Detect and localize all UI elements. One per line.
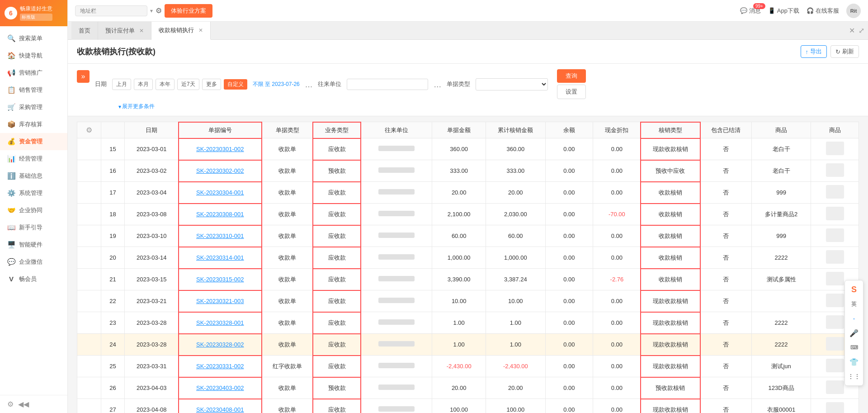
bill-no-link[interactable]: SK-20230308-001	[196, 211, 244, 218]
date-btn-this-year[interactable]: 本年	[156, 79, 175, 90]
bill-no-link[interactable]: SK-20230328-001	[196, 319, 244, 326]
floating-grid-icon[interactable]: ⋮⋮	[848, 370, 860, 383]
cell-bill-no[interactable]: SK-20230302-002	[179, 160, 262, 182]
cell-bill-no[interactable]: SK-20230314-001	[179, 247, 262, 269]
query-button[interactable]: 查询	[557, 69, 586, 83]
date-btn-7days[interactable]: 近7天	[177, 79, 199, 90]
sidebar-item-quicknav[interactable]: 🏠 快捷导航	[0, 47, 67, 64]
sidebar-item-guide[interactable]: 📖 新手引导	[0, 219, 67, 236]
filter-toggle-button[interactable]: »	[77, 70, 90, 83]
col-header-balance[interactable]: 余额	[545, 122, 593, 138]
expand-tab-button[interactable]: ⤢	[859, 26, 864, 35]
floating-text-icon[interactable]: 英	[848, 298, 860, 310]
collapse-icon[interactable]: ◀◀	[18, 400, 29, 408]
bill-no-link[interactable]: SK-20230314-001	[196, 254, 244, 261]
col-header-discount[interactable]: 现金折扣	[593, 122, 641, 138]
bill-no-link[interactable]: SK-20230301-002	[196, 146, 244, 152]
address-input[interactable]	[75, 5, 147, 16]
close-tab-button[interactable]: ✕	[849, 26, 855, 35]
date-btn-last-month[interactable]: 上月	[112, 79, 131, 90]
floating-shirt-icon[interactable]: 👕	[848, 356, 860, 368]
bill-type-select[interactable]	[476, 78, 548, 90]
partner-filter-input[interactable]	[347, 79, 428, 90]
sidebar-item-basic[interactable]: ℹ️ 基础信息	[0, 167, 67, 185]
col-header-date[interactable]: 日期	[125, 122, 179, 138]
bill-no-link[interactable]: SK-20230321-003	[196, 298, 244, 304]
sidebar-item-enterprise[interactable]: 🤝 企业协同	[0, 202, 67, 219]
filter-setting-button[interactable]: 设置	[557, 85, 586, 99]
sidebar-item-system[interactable]: ⚙️ 系统管理	[0, 185, 67, 202]
tab-home[interactable]: 首页	[71, 22, 98, 40]
cell-bill-no[interactable]: SK-20230308-001	[179, 204, 262, 225]
export-button[interactable]: ↑ 导出	[801, 45, 827, 58]
tab-collect-close-icon[interactable]: ✕	[198, 27, 203, 33]
bill-no-link[interactable]: SK-20230331-002	[196, 363, 244, 370]
table-scroll-wrapper[interactable]: ⚙ 日期 单据编号 单据类型 业务类型 往来单位 单据金额 累计核销金额 余额 …	[77, 122, 859, 413]
bill-no-link[interactable]: SK-20230310-001	[196, 233, 244, 239]
sidebar-item-search[interactable]: 🔍 搜索菜单	[0, 30, 67, 47]
s-logo-button[interactable]: S	[848, 283, 860, 296]
col-header-biz-type[interactable]: 业务类型	[313, 122, 360, 138]
col-header-bill-type[interactable]: 单据类型	[262, 122, 313, 138]
floating-dot-icon[interactable]: ·	[848, 312, 860, 325]
date-custom-button[interactable]: 自定义	[224, 79, 247, 90]
sidebar-item-finance[interactable]: 💰 资金管理	[0, 133, 67, 150]
cell-bill-no[interactable]: SK-20230328-001	[179, 312, 262, 334]
service-button[interactable]: 🎧 在线客服	[807, 7, 839, 15]
sidebar-item-wechat[interactable]: 💬 企业微信	[0, 253, 67, 271]
bill-no-link[interactable]: SK-20230408-001	[196, 406, 244, 413]
cell-bill-no[interactable]: SK-20230408-001	[179, 399, 262, 413]
col-header-goods[interactable]: 商品	[751, 122, 811, 138]
sidebar-item-inventory[interactable]: 📦 库存核算	[0, 116, 67, 133]
bill-no-link[interactable]: SK-20230315-002	[196, 276, 244, 283]
tab-collect[interactable]: 收款核销执行 ✕	[151, 22, 211, 40]
cell-cumulative: 20.00	[486, 182, 545, 204]
cell-bill-no[interactable]: SK-20230403-002	[179, 377, 262, 399]
tab-prepay[interactable]: 预计应付单 ✕	[98, 22, 151, 40]
bill-no-link[interactable]: SK-20230403-002	[196, 385, 244, 391]
tab-prepay-close-icon[interactable]: ✕	[139, 28, 144, 34]
sidebar-item-purchase[interactable]: 🛒 采购管理	[0, 99, 67, 116]
refresh-button[interactable]: ↻ 刷新	[830, 45, 859, 58]
sidebar-item-sales[interactable]: 📋 销售管理	[0, 81, 67, 99]
cell-amount: 60.00	[432, 225, 486, 247]
bill-no-link[interactable]: SK-20230302-002	[196, 167, 244, 174]
col-header-partner[interactable]: 往来单位	[361, 122, 432, 138]
cell-bill-no[interactable]: SK-20230315-002	[179, 269, 262, 290]
message-button[interactable]: 💬 消息 99+	[740, 7, 761, 15]
col-header-cancel-type[interactable]: 核销类型	[641, 122, 700, 138]
cell-bill-no[interactable]: SK-20230301-002	[179, 138, 262, 160]
cell-bill-no[interactable]: SK-20230331-002	[179, 356, 262, 377]
expand-filters-button[interactable]: ▾ 展开更多条件	[118, 103, 155, 110]
sidebar-item-hardware[interactable]: 🖥️ 智能硬件	[0, 236, 67, 253]
page-header-actions: ↑ 导出 ↻ 刷新	[801, 45, 859, 63]
bill-no-link[interactable]: SK-20230328-002	[196, 341, 244, 348]
settings-icon[interactable]: ⚙	[86, 126, 92, 134]
sidebar-item-marketing[interactable]: 📢 营销推广	[0, 64, 67, 81]
avatar[interactable]: Rit	[846, 4, 861, 18]
cell-partner	[361, 290, 432, 312]
sidebar-item-member[interactable]: V 畅会员	[0, 271, 67, 288]
col-header-cumulative[interactable]: 累计核销金额	[486, 122, 545, 138]
cell-bill-no[interactable]: SK-20230304-001	[179, 182, 262, 204]
col-header-amount[interactable]: 单据金额	[432, 122, 486, 138]
floating-keyboard-icon[interactable]: ⌨	[848, 341, 860, 354]
topbar-gear-icon[interactable]: ⚙	[156, 6, 162, 15]
col-header-settings[interactable]: ⚙	[77, 122, 101, 138]
floating-mic-icon[interactable]: 🎤	[848, 327, 860, 339]
col-header-bill-no[interactable]: 单据编号	[179, 122, 262, 138]
cell-bill-no[interactable]: SK-20230310-001	[179, 225, 262, 247]
sidebar-item-operations[interactable]: 📊 经营管理	[0, 150, 67, 167]
solution-button[interactable]: 体验行业方案	[165, 4, 212, 18]
date-btn-this-month[interactable]: 本月	[134, 79, 153, 90]
table-body: 15 2023-03-01 SK-20230301-002 收款单 应收款 36…	[77, 138, 859, 413]
cell-bill-no[interactable]: SK-20230328-002	[179, 334, 262, 356]
settings-bottom-icon[interactable]: ⚙	[7, 400, 14, 408]
col-header-include-settled[interactable]: 包含已结清	[700, 122, 751, 138]
cell-bill-no[interactable]: SK-20230321-003	[179, 290, 262, 312]
col-header-goods2[interactable]: 商品	[811, 122, 859, 138]
sidebar-item-label: 销售管理	[19, 86, 42, 94]
date-btn-more[interactable]: 更多	[202, 79, 221, 90]
app-download-button[interactable]: 📱 App下载	[768, 7, 799, 15]
bill-no-link[interactable]: SK-20230304-001	[196, 189, 244, 196]
